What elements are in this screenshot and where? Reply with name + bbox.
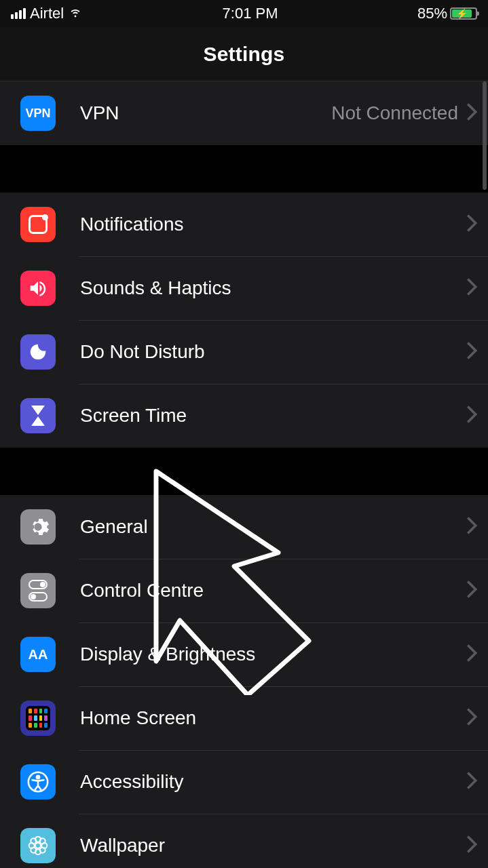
row-sounds[interactable]: Sounds & Haptics <box>0 256 488 320</box>
chevron-right-icon <box>466 278 477 298</box>
chevron-right-icon <box>466 644 477 665</box>
svg-point-2 <box>35 843 41 848</box>
status-time: 7:01 PM <box>223 5 278 22</box>
row-accessibility[interactable]: Accessibility <box>0 750 488 814</box>
chevron-right-icon <box>466 342 477 362</box>
settings-group: Notifications Sounds & Haptics Do Not Di… <box>0 193 488 448</box>
status-left: Airtel <box>11 4 83 23</box>
text-size-icon: AA <box>20 637 56 672</box>
row-vpn[interactable]: VPN VPN Not Connected <box>0 81 488 145</box>
row-label: Home Screen <box>80 707 466 729</box>
charging-bolt-icon: ⚡ <box>456 8 468 19</box>
group-separator <box>0 448 488 495</box>
settings-group: General Control Centre AA Display & Brig… <box>0 495 488 868</box>
row-screentime[interactable]: Screen Time <box>0 384 488 448</box>
status-bar: Airtel 7:01 PM 85% ⚡ <box>0 0 488 27</box>
settings-group: VPN VPN Not Connected <box>0 81 488 145</box>
svg-point-1 <box>37 776 39 778</box>
row-label: VPN <box>80 102 331 124</box>
row-home-screen[interactable]: Home Screen <box>0 686 488 750</box>
chevron-right-icon <box>466 708 477 728</box>
row-label: Do Not Disturb <box>80 341 466 363</box>
row-label: Wallpaper <box>80 835 466 856</box>
accessibility-icon <box>20 764 56 800</box>
row-label: Screen Time <box>80 405 466 427</box>
cellular-signal-icon <box>11 8 26 19</box>
row-dnd[interactable]: Do Not Disturb <box>0 320 488 384</box>
group-separator <box>0 145 488 193</box>
vpn-icon: VPN <box>20 96 56 131</box>
battery-icon: ⚡ <box>450 7 477 20</box>
settings-list[interactable]: VPN VPN Not Connected Notifications Soun… <box>0 81 488 868</box>
row-label: Accessibility <box>80 771 466 793</box>
row-general[interactable]: General <box>0 495 488 559</box>
chevron-right-icon <box>466 214 477 235</box>
row-label: Control Centre <box>80 580 466 601</box>
row-label: Sounds & Haptics <box>80 277 466 299</box>
battery-percent: 85% <box>417 5 447 22</box>
row-wallpaper[interactable]: Wallpaper <box>0 814 488 868</box>
chevron-right-icon <box>466 580 477 601</box>
moon-icon <box>20 334 56 370</box>
chevron-right-icon <box>466 772 477 792</box>
row-label: Notifications <box>80 214 466 235</box>
row-label: General <box>80 516 466 538</box>
row-label: Display & Brightness <box>80 644 466 665</box>
chevron-right-icon <box>466 103 477 123</box>
sounds-icon <box>20 271 56 306</box>
flower-icon <box>20 828 56 863</box>
carrier-label: Airtel <box>30 5 64 22</box>
home-grid-icon <box>20 701 56 736</box>
chevron-right-icon <box>466 406 477 426</box>
toggles-icon <box>20 573 56 608</box>
row-detail: Not Connected <box>331 102 458 124</box>
chevron-right-icon <box>466 517 477 537</box>
notifications-icon <box>20 207 56 242</box>
wifi-icon <box>68 4 83 23</box>
chevron-right-icon <box>466 835 477 856</box>
row-notifications[interactable]: Notifications <box>0 193 488 256</box>
hourglass-icon <box>20 398 56 433</box>
row-display[interactable]: AA Display & Brightness <box>0 623 488 686</box>
status-right: 85% ⚡ <box>417 5 477 22</box>
gear-icon <box>20 509 56 545</box>
row-control-centre[interactable]: Control Centre <box>0 559 488 623</box>
page-title: Settings <box>204 43 285 66</box>
nav-header: Settings <box>0 27 488 81</box>
